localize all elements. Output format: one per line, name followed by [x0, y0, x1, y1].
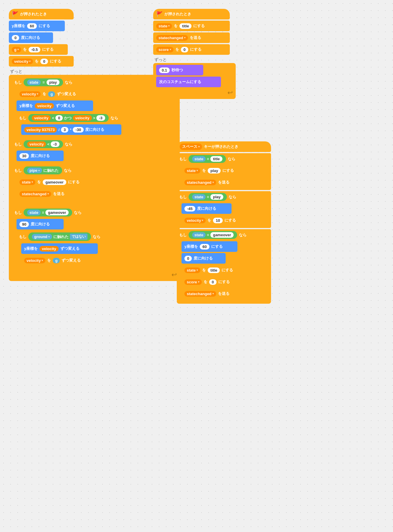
if-state-play-r-row[interactable]: もし state = play なら — [177, 191, 271, 203]
send-statechanged-1[interactable]: statechanged▾ を送る — [16, 189, 87, 199]
set-velocity-10[interactable]: velocity▾ を 10 にする — [181, 215, 252, 226]
next-costume[interactable]: 次のコスチュームにする — [156, 77, 221, 87]
set-state-play-r[interactable]: state▾ を play にする — [181, 165, 255, 176]
gameover-val: gameover — [43, 179, 66, 185]
score-val-top: 0 — [181, 47, 188, 52]
point-0-r[interactable]: 0 度に向ける — [181, 253, 226, 264]
statechanged-pill-r[interactable]: statechanged▾ — [184, 291, 216, 297]
y-label-3: y座標を — [24, 246, 38, 251]
velocity-var-pill-0[interactable]: velocity▾ — [12, 59, 33, 64]
set-score-0-r[interactable]: score▾ を 0 にする — [181, 277, 252, 287]
if-gameover-outer-left: もし state = gameover なら 90 度に向ける — [9, 206, 180, 270]
vel-pill-10[interactable]: velocity▾ — [184, 218, 206, 223]
loop-arrow-right-top: ↩ — [153, 88, 236, 97]
change-vel-g-2[interactable]: velocity▾ を g ずつ変える — [21, 255, 98, 266]
wait-01[interactable]: 0.1 秒待つ — [156, 65, 203, 75]
vel-pill-g2[interactable]: velocity▾ — [24, 258, 45, 263]
if-gameover-r-row[interactable]: もし state = gameover なら — [177, 229, 271, 241]
g-var-inline: g — [48, 91, 55, 97]
set-vel-wo: を — [35, 59, 39, 64]
state-play-pill-r[interactable]: state▾ — [184, 168, 200, 174]
dir-n45-label: 度に向ける — [197, 206, 216, 211]
dewa-nai: ではない — [70, 234, 87, 240]
lt-2: < — [47, 142, 49, 146]
ni-fureta-2: に触れた — [53, 234, 69, 239]
eq-gameover-r: = — [207, 233, 209, 237]
30-val: 30 — [19, 153, 29, 159]
hat-space-key[interactable]: スペース▾ キーが押されたとき — [177, 141, 271, 152]
wo-play-r: を — [202, 168, 206, 173]
state-pill-title[interactable]: state▾ — [156, 23, 172, 29]
g-var-pill[interactable]: g▾ — [12, 47, 21, 52]
ni-suru-score-r: にする — [218, 279, 230, 285]
vel-lt-pill: velocity — [27, 141, 46, 147]
send-statechanged-title[interactable]: statechanged▾ を送る — [181, 177, 255, 188]
spacer-1 — [9, 201, 180, 206]
dir-90-label: 度に向ける — [31, 222, 50, 227]
state-title-pill-r[interactable]: state▾ — [184, 267, 200, 273]
change-velocity-g[interactable]: velocity▾ を g ずつ変える — [16, 89, 99, 99]
right-bottom-footer — [177, 301, 271, 304]
if-ground-row[interactable]: もし ground▾ に触れた ではない なら — [16, 231, 177, 243]
nara-6: なら — [93, 234, 100, 239]
if-gameover-row-left[interactable]: もし state = gameover なら — [12, 207, 177, 218]
eq-title: = — [207, 157, 209, 161]
ni-suru-title: にする — [193, 23, 205, 29]
set-g-block[interactable]: g▾ を -0.5 にする — [9, 44, 68, 55]
if-vel-lt-n3-row[interactable]: もし velocity < -3 なら — [12, 138, 177, 150]
if-state-play-row[interactable]: もし state = play なら — [12, 77, 177, 88]
play-val-1: play — [47, 80, 60, 85]
send-statechanged-top[interactable]: statechanged▾ を送る — [153, 32, 230, 43]
score-pill-top[interactable]: score▾ — [156, 47, 174, 52]
velocity-pill-change[interactable]: velocity▾ — [19, 91, 41, 97]
if-pipe-row[interactable]: もし pipe▾ に触れた なら — [12, 165, 177, 176]
n45-val: -45 — [184, 206, 195, 212]
set-y-60-r[interactable]: y座標を 60 にする — [181, 241, 237, 252]
point-90[interactable]: 90 度に向ける — [16, 219, 64, 229]
statechanged-pill-1[interactable]: statechanged▾ — [19, 191, 51, 197]
wo-title: を — [174, 23, 178, 29]
state-var-gameover[interactable]: state▾ — [19, 179, 35, 185]
change-y-vel-2[interactable]: y座標を velocity ずつ変える — [21, 243, 98, 254]
set-score-0-top[interactable]: score▾ を 0 にする — [153, 44, 230, 55]
space-key-pill[interactable]: スペース▾ — [180, 143, 202, 150]
hat-label-left: が押されたとき — [20, 11, 47, 17]
okuru-1: を送る — [53, 191, 65, 196]
send-statechanged-r[interactable]: statechanged▾ を送る — [181, 288, 258, 299]
n3-val-2: -3 — [51, 141, 60, 147]
set-state-gameover[interactable]: state▾ を gameover にする — [16, 177, 99, 187]
moshi-5: もし — [14, 210, 22, 215]
if-state-title-row[interactable]: もし state = title なら — [177, 153, 271, 165]
nara-title: なら — [228, 156, 235, 162]
statechanged-pill-title[interactable]: statechanged▾ — [184, 180, 216, 185]
point-n45[interactable]: -45 度に向ける — [181, 203, 232, 214]
change-y-velocity[interactable]: y座標を velocity ずつ変える — [16, 100, 93, 111]
hat-block-left[interactable]: 🚩 が押されたとき — [9, 9, 74, 19]
dir-suffix-calc: 度に向ける — [85, 127, 104, 132]
dir-value-0: 0 — [12, 35, 19, 41]
if-vel-cond-row[interactable]: もし velocity < 0 かつ velocity > -3 なら — [16, 112, 177, 124]
set-state-title-r[interactable]: state▾ を title にする — [181, 265, 258, 275]
set-y-block[interactable]: y座標を 60 にする — [9, 21, 65, 31]
set-velocity-0[interactable]: velocity▾ を 0 にする — [9, 56, 74, 67]
y-label-r: y座標を — [184, 244, 198, 249]
hat-block-right-top[interactable]: 🚩 が押されたとき — [153, 9, 230, 19]
set-y-label: y座標を — [12, 23, 25, 29]
point-calc-block[interactable]: velocity 937573 / 3 * -30 度に向ける — [21, 124, 121, 135]
n30-val: -30 — [73, 127, 84, 133]
key-pressed-label: キーが押されたとき — [204, 144, 238, 149]
set-y-suffix: にする — [39, 23, 50, 29]
point-dir-0[interactable]: 0 度に向ける — [9, 32, 53, 43]
nara-4: なら — [64, 168, 72, 173]
vel-cond-pill-1: velocity — [32, 115, 51, 121]
90-val: 90 — [19, 222, 29, 227]
set-state-title[interactable]: state▾ を title にする — [153, 21, 230, 31]
score-pill-r[interactable]: score▾ — [184, 279, 202, 285]
right-bottom-script: スペース▾ キーが押されたとき もし state = title なら stat… — [177, 141, 271, 304]
point-30-block[interactable]: 30 度に向ける — [16, 151, 64, 161]
pipe-cond: pipe▾ に触れた — [24, 166, 62, 174]
eq-play-r: = — [207, 195, 209, 199]
zutsu-kaeru-1: ずつ変える — [57, 91, 76, 97]
statechanged-top[interactable]: statechanged▾ — [156, 35, 188, 41]
if-state-play-r-outer: もし state = play なら -45 度に向ける velocity▾ を — [177, 191, 271, 228]
